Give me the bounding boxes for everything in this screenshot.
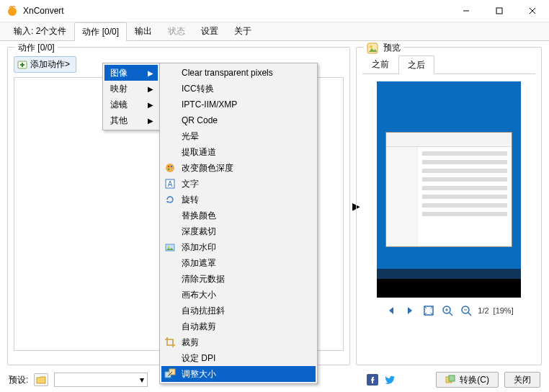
svg-point-16 bbox=[168, 246, 170, 249]
facebook-icon[interactable] bbox=[367, 374, 378, 386]
add-action-menu: 图像▶ 映射▶ 滤镜▶ 其他▶ bbox=[102, 63, 160, 130]
blank-icon bbox=[164, 146, 176, 158]
image-menu-item-label: 自动裁剪 bbox=[182, 321, 216, 333]
tab-about[interactable]: 关于 bbox=[226, 22, 259, 40]
resize-icon bbox=[164, 368, 176, 380]
preview-page-info: 1/2 bbox=[478, 306, 488, 315]
image-menu-item[interactable]: 自动抗扭斜 bbox=[161, 303, 316, 318]
preview-tab-before[interactable]: 之前 bbox=[362, 55, 398, 74]
blank-icon bbox=[164, 210, 176, 221]
blank-icon bbox=[164, 99, 176, 110]
zoom-in-button[interactable] bbox=[440, 303, 455, 318]
tab-status: 状态 bbox=[160, 22, 193, 40]
svg-point-9 bbox=[168, 166, 169, 167]
image-menu-item[interactable]: 自动裁剪 bbox=[161, 318, 316, 334]
preview-image bbox=[377, 81, 521, 298]
prev-page-button[interactable] bbox=[384, 303, 398, 318]
rotate-icon bbox=[164, 194, 176, 205]
svg-marker-23 bbox=[408, 307, 412, 314]
image-menu-item-label: 画布大小 bbox=[182, 289, 216, 301]
image-menu-item-label: 添加遮罩 bbox=[182, 257, 216, 270]
blank-icon bbox=[164, 226, 176, 237]
actions-group-title: 动作 [0/0] bbox=[15, 42, 58, 54]
preset-combo[interactable]: ▾ bbox=[54, 373, 148, 387]
maximize-button[interactable] bbox=[483, 0, 516, 22]
image-menu-item-label: 裁剪 bbox=[182, 337, 199, 349]
zoom-out-button[interactable] bbox=[459, 303, 473, 318]
folder-icon bbox=[36, 375, 46, 384]
image-menu-item-label: QR Code bbox=[182, 115, 218, 125]
image-menu-item[interactable]: 画布大小 bbox=[161, 287, 316, 303]
submenu-arrow-icon: ▶ bbox=[148, 69, 153, 77]
image-menu-item[interactable]: IPTC-IIM/XMP bbox=[161, 97, 316, 112]
image-menu-item[interactable]: 改变颜色深度 bbox=[161, 160, 316, 176]
close-button[interactable] bbox=[516, 0, 549, 22]
preview-tabs: 之前 之后 bbox=[362, 55, 535, 74]
twitter-icon[interactable] bbox=[384, 374, 396, 386]
submenu-arrow-icon: ▶ bbox=[148, 117, 153, 125]
convert-icon bbox=[445, 375, 455, 385]
blank-icon bbox=[164, 289, 176, 300]
actions-panel: 动作 [0/0] 添加动作> 图像▶ 映射▶ 滤镜▶ 其他▶ bbox=[7, 47, 350, 365]
main-tabs: 输入: 2个文件 动作 [0/0] 输出 状态 设置 关于 bbox=[0, 22, 549, 41]
convert-button[interactable]: 转换(C) bbox=[436, 372, 499, 388]
image-menu-item[interactable]: QR Code bbox=[161, 112, 316, 128]
menu-item-image[interactable]: 图像▶ bbox=[104, 65, 158, 81]
svg-rect-2 bbox=[496, 8, 502, 14]
close-bottom-button[interactable]: 关闭 bbox=[504, 372, 540, 388]
menu-item-other[interactable]: 其他▶ bbox=[104, 112, 158, 128]
blank-icon bbox=[164, 83, 176, 94]
image-menu-item[interactable]: 添加遮罩 bbox=[161, 255, 316, 271]
image-menu-item-label: 设定 DPI bbox=[182, 352, 215, 365]
menu-item-map[interactable]: 映射▶ bbox=[104, 81, 158, 97]
svg-marker-22 bbox=[389, 307, 393, 314]
svg-text:A: A bbox=[168, 180, 173, 188]
blank-icon bbox=[164, 130, 176, 142]
tab-actions[interactable]: 动作 [0/0] bbox=[74, 22, 127, 41]
image-menu-item[interactable]: 深度裁切 bbox=[161, 223, 316, 239]
tab-settings[interactable]: 设置 bbox=[193, 22, 226, 40]
blank-icon bbox=[164, 321, 176, 332]
image-menu-item-label: 改变颜色深度 bbox=[182, 162, 233, 174]
image-menu-item[interactable]: 光晕 bbox=[161, 128, 316, 144]
image-menu-item[interactable]: A文字 bbox=[161, 176, 316, 192]
image-menu-item[interactable]: 调整大小 bbox=[161, 366, 316, 382]
image-menu-item-label: 清除元数据 bbox=[182, 273, 225, 285]
next-page-button[interactable] bbox=[403, 303, 417, 318]
image-menu-item[interactable]: 替换颜色 bbox=[161, 208, 316, 223]
preview-tab-after[interactable]: 之后 bbox=[398, 55, 434, 74]
svg-point-11 bbox=[168, 169, 169, 170]
tab-output[interactable]: 输出 bbox=[127, 22, 160, 40]
tab-input[interactable]: 输入: 2个文件 bbox=[6, 22, 74, 40]
add-action-button[interactable]: 添加动作> bbox=[14, 56, 76, 73]
text-icon: A bbox=[164, 178, 176, 190]
svg-point-8 bbox=[166, 164, 174, 172]
preview-group-title: 预览 bbox=[364, 42, 403, 54]
image-menu-item[interactable]: 设定 DPI bbox=[161, 350, 316, 366]
image-menu-item[interactable]: Clear transparent pixels bbox=[161, 65, 316, 81]
svg-rect-38 bbox=[449, 375, 455, 381]
content-area: 动作 [0/0] 添加动作> 图像▶ 映射▶ 滤镜▶ 其他▶ bbox=[0, 41, 549, 365]
image-menu-item[interactable]: 旋转 bbox=[161, 192, 316, 208]
menu-item-filter[interactable]: 滤镜▶ bbox=[104, 97, 158, 112]
blank-icon bbox=[164, 305, 176, 316]
blank-icon bbox=[164, 67, 176, 79]
preset-folder-button[interactable] bbox=[34, 373, 48, 386]
image-menu-item[interactable]: 清除元数据 bbox=[161, 271, 316, 287]
window-title: XnConvert bbox=[23, 6, 450, 16]
title-bar: XnConvert bbox=[0, 0, 549, 22]
fit-button[interactable] bbox=[421, 303, 436, 318]
preview-toolbar: 1/2 [19%] bbox=[362, 303, 535, 318]
svg-point-0 bbox=[8, 7, 17, 16]
svg-line-30 bbox=[450, 313, 452, 316]
image-menu-item-label: ICC转换 bbox=[182, 83, 214, 95]
image-menu-item[interactable]: 添加水印 bbox=[161, 239, 316, 255]
image-menu-item-label: 深度裁切 bbox=[182, 226, 216, 238]
image-menu-item[interactable]: 提取通道 bbox=[161, 144, 316, 160]
image-menu-item[interactable]: ICC转换 bbox=[161, 81, 316, 97]
image-menu-item-label: 旋转 bbox=[182, 194, 199, 206]
image-menu-item[interactable]: 裁剪 bbox=[161, 334, 316, 350]
minimize-button[interactable] bbox=[450, 0, 483, 22]
blank-icon bbox=[164, 257, 176, 269]
app-icon bbox=[6, 4, 19, 17]
